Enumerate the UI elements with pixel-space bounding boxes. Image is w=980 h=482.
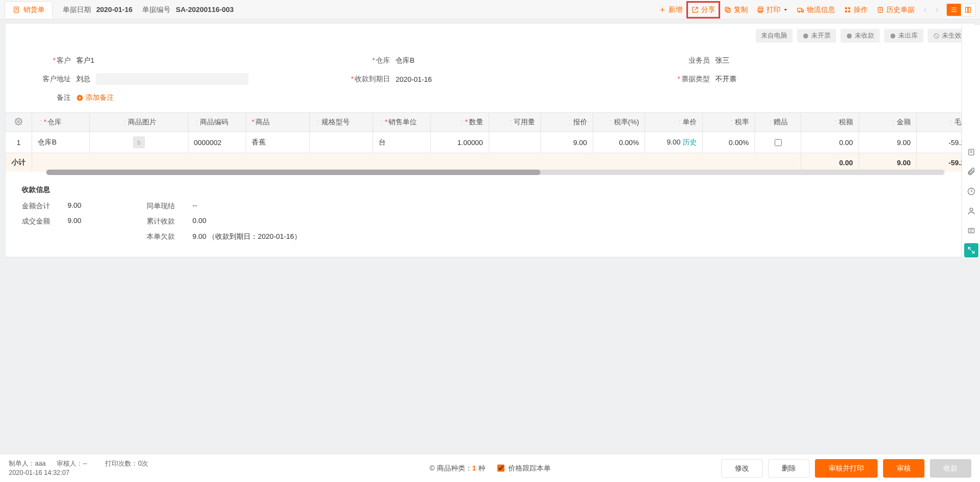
col-unit[interactable]: *销售单位 bbox=[373, 113, 431, 132]
modify-button-label: 修改 bbox=[735, 463, 749, 473]
col-qty[interactable]: *数量 bbox=[431, 113, 489, 132]
field-customer-value[interactable]: 客户1 bbox=[76, 56, 94, 65]
audit-print-button-label: 审核并打印 bbox=[829, 463, 864, 473]
follow-price-input[interactable] bbox=[497, 465, 504, 472]
cell-gift[interactable] bbox=[754, 132, 801, 153]
modify-button[interactable]: 修改 bbox=[721, 459, 763, 478]
col-taxrate[interactable]: 税率 bbox=[703, 113, 755, 132]
audit-print-button[interactable]: 审核并打印 bbox=[815, 459, 878, 478]
col-warehouse[interactable]: *仓库 bbox=[32, 113, 90, 132]
share-button[interactable]: 分享 bbox=[687, 2, 720, 18]
col-tax-amount[interactable]: 税额 bbox=[801, 113, 859, 132]
view-card-button[interactable] bbox=[961, 4, 975, 16]
copy-button[interactable]: 复制 bbox=[720, 2, 752, 18]
add-remark-button[interactable]: 添加备注 bbox=[76, 93, 114, 103]
svg-rect-1 bbox=[727, 8, 731, 12]
rail-user-button[interactable] bbox=[964, 204, 978, 218]
field-duedate-label: 收款到期日 bbox=[355, 75, 390, 83]
operate-button[interactable]: 操作 bbox=[839, 2, 872, 18]
cell-taxrate[interactable]: 0.00% bbox=[703, 132, 755, 153]
rail-time-button[interactable] bbox=[964, 184, 978, 198]
table-row[interactable]: 1 仓库B b 0000002 香蕉 台 1.00000 9.00 0.00% … bbox=[5, 132, 975, 153]
col-spec[interactable]: 规格型号 bbox=[309, 113, 373, 132]
payment-total-label: 金额合计 bbox=[22, 201, 60, 211]
col-gift[interactable]: 赠品 bbox=[754, 113, 801, 132]
follow-price-checkbox[interactable]: 价格跟踪本单 bbox=[495, 463, 551, 473]
col-amount[interactable]: 金额 bbox=[859, 113, 916, 132]
header-date: 单据日期 2020-01-16 bbox=[63, 5, 132, 15]
rail-expand-button[interactable] bbox=[964, 243, 978, 257]
truck-icon bbox=[797, 6, 805, 14]
next-record-button[interactable] bbox=[931, 4, 943, 16]
history-button[interactable]: 历史单据 bbox=[872, 2, 919, 18]
cell-qty[interactable]: 1.00000 bbox=[431, 132, 489, 153]
subtotal-tax-amount: 0.00 bbox=[801, 153, 859, 172]
field-remark-label: 备注 bbox=[57, 93, 71, 101]
field-invoice-type-value[interactable]: 不开票 bbox=[715, 74, 736, 84]
field-warehouse: *仓库 仓库B bbox=[341, 56, 638, 65]
cell-tax-amount[interactable]: 0.00 bbox=[801, 132, 859, 153]
rail-link-button[interactable] bbox=[964, 224, 978, 238]
cell-warehouse[interactable]: 仓库B bbox=[32, 132, 90, 153]
cell-name[interactable]: 香蕉 bbox=[246, 132, 309, 153]
svg-point-24 bbox=[970, 208, 972, 211]
cell-amount[interactable]: 9.00 bbox=[859, 132, 916, 153]
field-salesman-value[interactable]: 张三 bbox=[715, 56, 729, 65]
col-unit-label: 销售单位 bbox=[388, 118, 417, 126]
follow-price-label: 价格跟踪本单 bbox=[508, 463, 551, 473]
block-icon bbox=[933, 33, 940, 39]
col-amount-label: 金额 bbox=[897, 118, 911, 126]
rail-note-button[interactable] bbox=[964, 145, 978, 159]
footer-maker-value: aaa bbox=[35, 460, 46, 467]
prev-record-button[interactable] bbox=[919, 4, 931, 16]
footer-bar: 制单人：aaa 审核人：-- 打印次数：0次 2020-01-16 14:32:… bbox=[0, 454, 980, 482]
payment-debt-label: 本单欠款 bbox=[147, 232, 185, 242]
audit-button-label: 审核 bbox=[897, 463, 911, 473]
cell-image[interactable]: b bbox=[90, 132, 188, 153]
cell-spec[interactable] bbox=[309, 132, 373, 153]
col-available[interactable]: 可用量 bbox=[489, 113, 541, 132]
gift-checkbox[interactable] bbox=[775, 139, 782, 146]
col-discount[interactable]: 税率(%) bbox=[593, 113, 645, 132]
print-button[interactable]: 打印 bbox=[752, 2, 793, 18]
col-quote[interactable]: 报价 bbox=[541, 113, 593, 132]
payment-section: 收款信息 金额合计9.00 成交金额9.00 同单现结-- 累计收款0.00 本… bbox=[5, 175, 975, 257]
cell-unit[interactable]: 台 bbox=[373, 132, 431, 153]
cell-discount[interactable]: 0.00% bbox=[593, 132, 645, 153]
history-button-label: 历史单据 bbox=[886, 5, 915, 15]
field-address-value[interactable]: 刘总 bbox=[76, 74, 90, 84]
col-settings[interactable] bbox=[5, 113, 32, 132]
scrollbar-thumb[interactable] bbox=[46, 170, 540, 175]
tab-sales-order[interactable]: 销货单 bbox=[4, 1, 53, 18]
cell-code[interactable]: 0000002 bbox=[188, 132, 246, 153]
subtotal-amount: 9.00 bbox=[859, 153, 916, 172]
table-scrollbar[interactable] bbox=[46, 170, 945, 175]
payment-debt-suffix-prefix: （收款到期日： bbox=[208, 232, 258, 240]
logistics-button[interactable]: 物流信息 bbox=[793, 2, 839, 18]
cell-price[interactable]: 9.00历史 bbox=[645, 132, 703, 153]
grid-icon bbox=[844, 6, 851, 14]
audit-button[interactable]: 审核 bbox=[883, 459, 924, 478]
paperclip-icon bbox=[967, 167, 976, 176]
price-history-link[interactable]: 历史 bbox=[683, 138, 697, 146]
field-address: 客户地址 刘总 bbox=[22, 73, 319, 85]
rail-attach-button[interactable] bbox=[964, 165, 978, 179]
field-duedate-value[interactable]: 2020-01-16 bbox=[395, 75, 432, 83]
cell-price-value: 9.00 bbox=[667, 138, 680, 146]
field-customer: *客户 客户1 bbox=[22, 56, 319, 65]
col-price[interactable]: 单价 bbox=[645, 113, 703, 132]
col-available-label: 可用量 bbox=[514, 118, 535, 126]
field-warehouse-value[interactable]: 仓库B bbox=[395, 56, 415, 65]
address-mask bbox=[96, 73, 248, 85]
footer-maker-label: 制单人： bbox=[9, 460, 35, 467]
col-discount-label: 税率(%) bbox=[614, 118, 639, 126]
delete-button[interactable]: 删除 bbox=[768, 459, 809, 478]
col-code[interactable]: 商品编码 bbox=[188, 113, 246, 132]
cell-quote[interactable]: 9.00 bbox=[541, 132, 593, 153]
cell-available[interactable] bbox=[489, 132, 541, 153]
view-list-button[interactable] bbox=[947, 4, 961, 16]
col-image[interactable]: 商品图片 bbox=[90, 113, 188, 132]
new-button[interactable]: 新增 bbox=[654, 2, 687, 18]
receive-button[interactable]: 收款 bbox=[930, 459, 971, 478]
col-name[interactable]: *商品 bbox=[246, 113, 309, 132]
